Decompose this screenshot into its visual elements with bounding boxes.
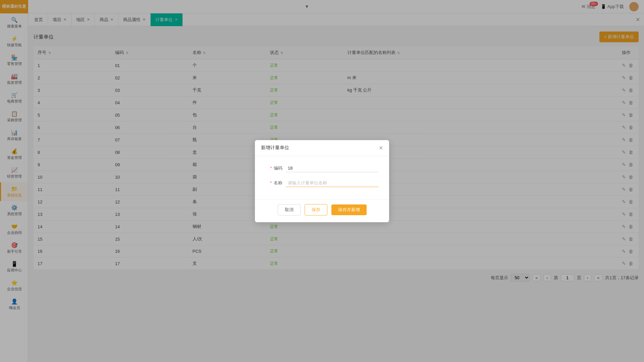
- add-unit-modal: 新增计量单位 ✕ * 编码 * 名称 取消 保存 保存并新增: [255, 140, 389, 222]
- code-input[interactable]: [286, 164, 378, 172]
- code-form-row: * 编码: [266, 164, 378, 172]
- save-and-new-button[interactable]: 保存并新增: [331, 204, 367, 215]
- required-star-code: *: [270, 166, 272, 171]
- modal-body: * 编码 * 名称: [255, 156, 389, 199]
- modal-title: 新增计量单位: [261, 145, 289, 151]
- code-label: * 编码: [266, 165, 282, 171]
- modal-close-button[interactable]: ✕: [379, 145, 383, 151]
- modal-footer: 取消 保存 保存并新增: [255, 199, 389, 222]
- name-label: * 名称: [266, 180, 282, 186]
- name-form-row: * 名称: [266, 179, 378, 187]
- cancel-button[interactable]: 取消: [278, 204, 301, 216]
- modal-header: 新增计量单位 ✕: [255, 140, 389, 156]
- modal-overlay[interactable]: 新增计量单位 ✕ * 编码 * 名称 取消 保存 保存并新增: [0, 0, 644, 362]
- required-star-name: *: [270, 180, 272, 185]
- name-input[interactable]: [286, 179, 378, 187]
- save-button[interactable]: 保存: [305, 204, 327, 216]
